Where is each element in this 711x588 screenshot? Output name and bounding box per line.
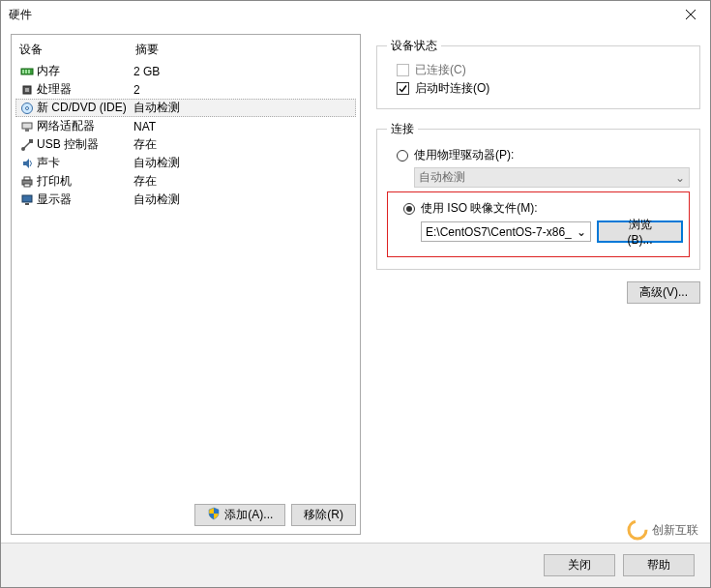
svg-point-9 — [26, 106, 29, 109]
device-row[interactable]: 网络适配器NAT — [15, 117, 356, 135]
connected-checkbox[interactable]: 已连接(C) — [387, 62, 690, 78]
iso-path-combo[interactable]: E:\CentOS7\CentOS-7-x86_⌄ — [421, 221, 591, 242]
remove-button[interactable]: 移除(R) — [291, 504, 356, 526]
device-summary: 存在 — [133, 136, 356, 153]
iso-highlight-box: 使用 ISO 映像文件(M): E:\CentOS7\CentOS-7-x86_… — [387, 191, 690, 257]
device-row[interactable]: 声卡自动检测 — [15, 154, 356, 172]
physical-drive-combo: 自动检测⌄ — [414, 167, 690, 188]
svg-rect-13 — [29, 139, 33, 143]
column-header-device: 设备 — [19, 42, 135, 58]
svg-rect-15 — [24, 177, 30, 180]
use-iso-radio[interactable]: 使用 ISO 映像文件(M): — [403, 200, 683, 217]
device-name: USB 控制器 — [37, 136, 133, 153]
help-button[interactable]: 帮助 — [623, 554, 695, 576]
window-title: 硬件 — [9, 7, 671, 23]
radio-icon — [403, 203, 415, 215]
watermark-icon — [627, 519, 648, 541]
checkbox-icon — [397, 82, 409, 95]
svg-point-19 — [629, 521, 646, 539]
use-physical-drive-radio[interactable]: 使用物理驱动器(P): — [397, 147, 690, 163]
device-status-legend: 设备状态 — [387, 38, 441, 54]
svg-rect-4 — [25, 70, 27, 74]
device-summary: 2 — [133, 83, 356, 97]
window-close-button[interactable] — [671, 1, 710, 28]
close-button[interactable]: 关闭 — [544, 554, 615, 576]
add-button[interactable]: 添加(A)... — [194, 504, 285, 526]
shield-icon — [207, 507, 221, 523]
net-icon — [19, 119, 35, 134]
device-summary: 2 GB — [133, 65, 356, 78]
svg-rect-11 — [25, 129, 29, 132]
usb-icon — [19, 137, 35, 153]
device-name: 声卡 — [37, 155, 133, 171]
connect-at-poweron-checkbox[interactable]: 启动时连接(O) — [387, 80, 690, 97]
radio-icon — [397, 150, 408, 162]
printer-icon — [19, 174, 35, 190]
dialog-button-bar: 关闭 帮助 — [1, 543, 710, 587]
device-summary: 存在 — [133, 173, 356, 190]
device-name: 新 CD/DVD (IDE) — [37, 100, 133, 116]
svg-rect-18 — [25, 203, 29, 205]
device-row[interactable]: 内存2 GB — [15, 62, 356, 80]
device-name: 处理器 — [37, 81, 133, 98]
svg-rect-16 — [24, 184, 30, 187]
connection-group: 连接 使用物理驱动器(P): 自动检测⌄ 使用 ISO 映像文件(M): E:\… — [376, 121, 700, 270]
settings-pane: 设备状态 已连接(C) 启动时连接(O) 连接 使用物理驱动器(P): 自动检测… — [361, 34, 700, 535]
connection-legend: 连接 — [387, 121, 418, 137]
chevron-down-icon: ⌄ — [577, 225, 586, 239]
device-summary: 自动检测 — [133, 100, 355, 116]
hardware-list-pane: 设备 摘要 内存2 GB处理器2新 CD/DVD (IDE)自动检测网络适配器N… — [11, 34, 361, 535]
checkbox-icon — [397, 64, 409, 76]
svg-rect-10 — [22, 123, 32, 129]
sound-icon — [19, 156, 35, 171]
display-icon — [19, 192, 35, 208]
device-name: 内存 — [37, 63, 133, 79]
watermark: 创新互联 — [627, 519, 698, 541]
device-row[interactable]: 显示器自动检测 — [15, 191, 356, 209]
device-row[interactable]: 处理器2 — [15, 80, 356, 99]
device-name: 打印机 — [37, 173, 133, 190]
svg-rect-3 — [22, 70, 24, 74]
device-summary: 自动检测 — [133, 191, 356, 208]
device-summary: NAT — [133, 120, 356, 133]
svg-rect-5 — [28, 70, 30, 74]
device-row[interactable]: 新 CD/DVD (IDE)自动检测 — [15, 99, 356, 117]
svg-rect-17 — [22, 195, 32, 202]
device-list[interactable]: 内存2 GB处理器2新 CD/DVD (IDE)自动检测网络适配器NATUSB … — [15, 62, 356, 500]
disc-icon — [19, 101, 35, 116]
device-status-group: 设备状态 已连接(C) 启动时连接(O) — [376, 38, 700, 109]
device-summary: 自动检测 — [133, 155, 356, 171]
device-name: 显示器 — [37, 191, 133, 208]
device-name: 网络适配器 — [37, 118, 133, 134]
chevron-down-icon: ⌄ — [675, 171, 685, 185]
close-icon — [686, 10, 696, 19]
advanced-button[interactable]: 高级(V)... — [627, 281, 700, 304]
browse-button[interactable]: 浏览(B)... — [597, 220, 683, 243]
column-header-summary: 摘要 — [135, 42, 356, 58]
memory-icon — [19, 64, 35, 79]
cpu-icon — [19, 82, 35, 98]
device-row[interactable]: 打印机存在 — [15, 172, 356, 191]
svg-rect-7 — [25, 88, 29, 92]
device-row[interactable]: USB 控制器存在 — [15, 135, 356, 154]
